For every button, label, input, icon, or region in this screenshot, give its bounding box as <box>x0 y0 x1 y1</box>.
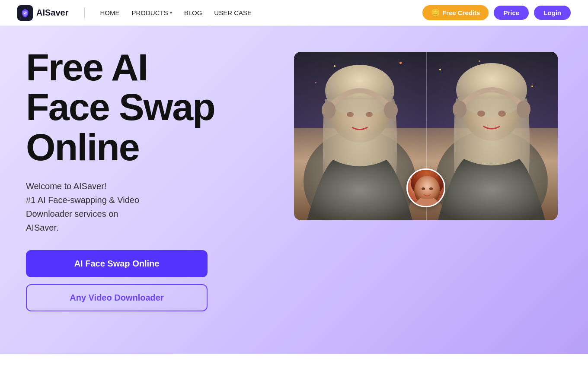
svg-point-7 <box>366 112 373 117</box>
svg-point-4 <box>322 101 336 119</box>
nav-home[interactable]: HOME <box>100 9 120 16</box>
left-person-svg <box>294 52 426 220</box>
right-person-svg <box>426 52 558 220</box>
video-downloader-cta-button[interactable]: Any Video Downloader <box>26 284 208 311</box>
bottom-section: Face Swappers of AISaver AISaver includi… <box>0 354 588 371</box>
login-button[interactable]: Login <box>534 6 571 20</box>
logo-text: AISaver <box>36 8 69 18</box>
hero-title: Free AI Face Swap Online <box>26 48 268 167</box>
svg-point-15 <box>498 111 506 117</box>
svg-point-19 <box>429 187 433 190</box>
avatar-overlay <box>406 168 445 207</box>
nav-links: HOME PRODUCTS ▾ BLOG USER CASE <box>100 9 252 16</box>
coins-icon: 🪙 <box>431 9 440 17</box>
logo-icon <box>17 5 33 21</box>
svg-point-5 <box>384 101 398 119</box>
nav-user-case[interactable]: USER CASE <box>214 9 252 16</box>
hero-content: Free AI Face Swap Online Welcome to AISa… <box>0 26 588 354</box>
svg-point-12 <box>453 101 467 118</box>
nav-left: AISaver HOME PRODUCTS ▾ BLOG USER CASE <box>17 5 252 21</box>
logo-area: AISaver <box>17 5 69 21</box>
svg-point-13 <box>517 101 530 118</box>
free-credits-button[interactable]: 🪙 Free Credits <box>422 5 489 20</box>
hero-image-area <box>294 43 562 220</box>
face-swap-cta-button[interactable]: AI Face Swap Online <box>26 250 208 277</box>
nav-blog[interactable]: BLOG <box>184 9 202 16</box>
svg-point-6 <box>347 112 354 117</box>
hero-subtitle: Welcome to AISaver! #1 AI Face-swapping … <box>26 179 268 235</box>
hero-buttons: AI Face Swap Online Any Video Downloader <box>26 250 208 311</box>
hero-text-area: Free AI Face Swap Online Welcome to AISa… <box>26 43 268 311</box>
price-button[interactable]: Price <box>494 6 529 20</box>
hero-photo <box>294 52 558 220</box>
products-chevron-icon: ▾ <box>170 10 172 15</box>
svg-point-14 <box>477 111 485 117</box>
nav-divider <box>84 8 85 18</box>
hero-section: Free AI Face Swap Online Welcome to AISa… <box>0 26 588 354</box>
nav-right: 🪙 Free Credits Price Login <box>422 5 571 20</box>
svg-point-18 <box>422 187 425 190</box>
nav-products[interactable]: PRODUCTS ▾ <box>132 9 172 16</box>
navbar: AISaver HOME PRODUCTS ▾ BLOG USER CASE 🪙… <box>0 0 588 26</box>
